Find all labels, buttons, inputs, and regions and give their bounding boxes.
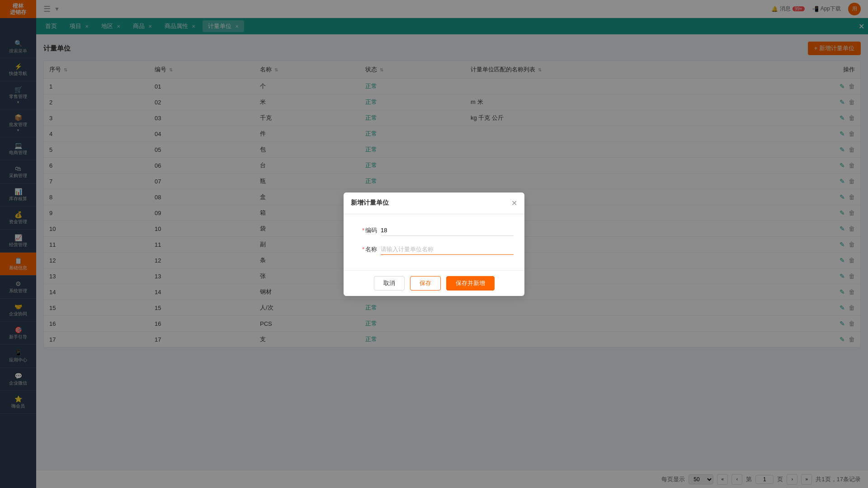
name-label: *名称 bbox=[354, 245, 377, 253]
cancel-button[interactable]: 取消 bbox=[374, 276, 405, 291]
save-button[interactable]: 保存 bbox=[410, 276, 441, 291]
modal-title: 新增计量单位 bbox=[351, 199, 389, 207]
modal-header: 新增计量单位 ✕ bbox=[344, 192, 524, 214]
modal-close-btn[interactable]: ✕ bbox=[511, 199, 517, 207]
form-row-code: *编码 bbox=[354, 225, 514, 236]
code-input[interactable] bbox=[381, 225, 514, 236]
form-row-name: *名称 bbox=[354, 244, 514, 255]
modal-footer: 取消 保存 保存并新增 bbox=[344, 270, 524, 296]
save-and-new-button[interactable]: 保存并新增 bbox=[446, 276, 495, 291]
add-measure-unit-modal: 新增计量单位 ✕ *编码 *名称 取消 保存 保存并新增 bbox=[344, 192, 524, 296]
name-input[interactable] bbox=[381, 244, 514, 255]
modal-overlay[interactable]: 新增计量单位 ✕ *编码 *名称 取消 保存 保存并新增 bbox=[0, 0, 868, 488]
modal-body: *编码 *名称 bbox=[344, 214, 524, 270]
code-label: *编码 bbox=[354, 226, 377, 235]
